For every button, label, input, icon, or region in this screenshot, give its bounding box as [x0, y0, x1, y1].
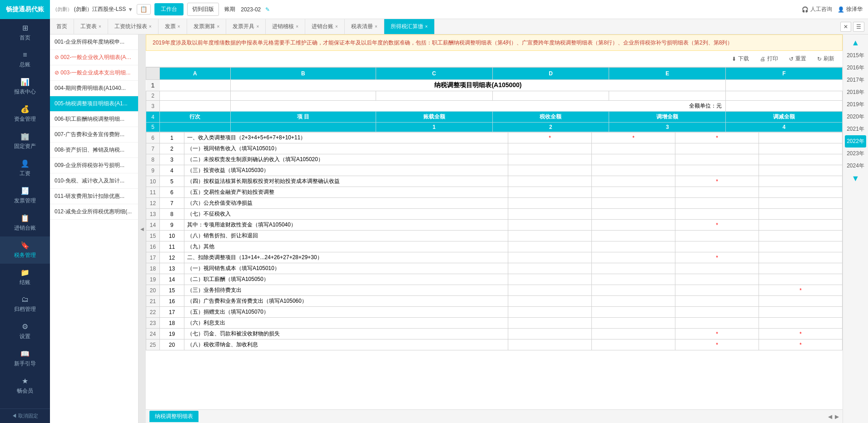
table-row[interactable]: 127（六）公允价值变动净损益: [146, 198, 843, 209]
row-col4-value[interactable]: [759, 231, 843, 241]
sidebar-item-税务管理[interactable]: 🔖税务管理: [0, 236, 50, 264]
table-row[interactable]: 94（三）投资收益（填写A105030）: [146, 165, 843, 176]
tab-close-4[interactable]: ×: [217, 24, 220, 29]
row-col1-value[interactable]: *: [508, 133, 592, 143]
row-col1-value[interactable]: [508, 274, 592, 285]
user-profile-button[interactable]: 👤 徐泽华: [838, 5, 863, 13]
row-col3-value[interactable]: [675, 231, 759, 241]
row-col4-value[interactable]: [759, 274, 843, 285]
tab-close-9[interactable]: ×: [425, 24, 428, 29]
row-col3-value[interactable]: [675, 241, 759, 252]
row-col2-value[interactable]: [592, 318, 675, 329]
row-col2-value[interactable]: [592, 209, 675, 220]
left-panel-item-010[interactable]: 010-免税、减计收入及加计...: [50, 173, 138, 189]
spreadsheet-wrapper[interactable]: A B C D E F 1 纳税调整项目明细表(A1: [146, 67, 843, 409]
row-col3-value[interactable]: *: [675, 220, 759, 231]
sidebar-item-首页[interactable]: ⊞首页: [0, 19, 50, 46]
row-col2-value[interactable]: [592, 285, 675, 296]
row-col4-value[interactable]: *: [759, 329, 843, 339]
row-col3-value[interactable]: [675, 263, 759, 274]
row-col1-value[interactable]: [508, 339, 592, 350]
row-col1-value[interactable]: [508, 154, 592, 165]
tab-close-7[interactable]: ×: [335, 24, 338, 29]
table-row[interactable]: 2015（三）业务招待费支出*: [146, 285, 843, 296]
row-col4-value[interactable]: [759, 220, 843, 231]
left-panel-item-003[interactable]: ⊘ 003-一般企业成本支出明细...: [50, 65, 138, 81]
row-col4-value[interactable]: [759, 154, 843, 165]
year-down-arrow[interactable]: ▼: [850, 172, 862, 185]
row-col4-value[interactable]: *: [759, 285, 843, 296]
row-col1-value[interactable]: [508, 285, 592, 296]
row-col2-value[interactable]: [592, 165, 675, 176]
row-col4-value[interactable]: [759, 176, 843, 187]
close-tab-button[interactable]: ✕: [840, 22, 851, 32]
sidebar-item-固定资产[interactable]: 🏢固定资产: [0, 128, 50, 155]
sidebar-unpin-button[interactable]: ◀ 取消固定: [0, 408, 50, 423]
row-col3-value[interactable]: [675, 307, 759, 318]
table-row[interactable]: 149 其中：专项用途财政性资金（填写A105040）*: [146, 220, 843, 231]
row-col4-value[interactable]: [759, 165, 843, 176]
row-col4-value[interactable]: [759, 296, 843, 307]
row-col1-value[interactable]: [508, 176, 592, 187]
row-col1-value[interactable]: [508, 329, 592, 339]
tab-工资表[interactable]: 工资表×: [74, 19, 108, 34]
row-col1-value[interactable]: [508, 318, 592, 329]
year-item-2016年[interactable]: 2016年: [845, 62, 866, 74]
left-panel-item-009[interactable]: 009-企业所得税弥补亏损明...: [50, 158, 138, 173]
row-col1-value[interactable]: [508, 187, 592, 198]
sheet-tab-纳税调整明细表[interactable]: 纳税调整明细表: [149, 411, 198, 422]
tab-close-8[interactable]: ×: [375, 24, 377, 29]
tab-进销台账[interactable]: 进销台账×: [305, 19, 345, 34]
year-item-2018年[interactable]: 2018年: [845, 86, 866, 98]
tab-close-1[interactable]: ×: [99, 24, 101, 29]
row-col2-value[interactable]: [592, 307, 675, 318]
row-col1-value[interactable]: [508, 231, 592, 241]
row-col3-value[interactable]: [675, 143, 759, 154]
sidebar-item-设置[interactable]: ⚙设置: [0, 318, 50, 345]
row-col2-value[interactable]: [592, 231, 675, 241]
table-row[interactable]: 61一、收入类调整项目（2+3+4+5+6+7+8+10+11）***: [146, 133, 843, 143]
left-panel-item-001[interactable]: 001-企业所得税年度纳税申...: [50, 34, 138, 50]
left-panel-item-002[interactable]: ⊘ 002-一般企业收入明细表(A1...: [50, 50, 138, 65]
left-panel-item-004[interactable]: 004-期间费用明细表(A1040...: [50, 81, 138, 96]
row-col2-value[interactable]: [592, 154, 675, 165]
tab-发票测算[interactable]: 发票测算×: [187, 19, 227, 34]
sidebar-item-发票管理[interactable]: 🧾发票管理: [0, 182, 50, 209]
tab-close-3[interactable]: ×: [178, 24, 180, 29]
row-col4-value[interactable]: *: [759, 339, 843, 350]
year-item-2015年[interactable]: 2015年: [845, 49, 866, 62]
row-col3-value[interactable]: [675, 198, 759, 209]
table-row[interactable]: 1611（九）其他: [146, 241, 843, 252]
row-col3-value[interactable]: [675, 285, 759, 296]
row-col3-value[interactable]: [675, 154, 759, 165]
table-row[interactable]: 116（五）交易性金融资产初始投资调整: [146, 187, 843, 198]
tab-menu-button[interactable]: ☰: [853, 22, 864, 32]
row-col2-value[interactable]: [592, 252, 675, 263]
row-col2-value[interactable]: [592, 329, 675, 339]
sidebar-item-资金管理[interactable]: 💰资金管理: [0, 100, 50, 128]
row-col3-value[interactable]: [675, 165, 759, 176]
row-col2-value[interactable]: [592, 241, 675, 252]
table-row[interactable]: 83（二）未按权责发生制原则确认的收入（填写A105020）: [146, 154, 843, 165]
row-col2-value[interactable]: [592, 296, 675, 307]
year-item-2017年[interactable]: 2017年: [845, 74, 866, 86]
row-col2-value[interactable]: [592, 220, 675, 231]
old-version-button[interactable]: 切到旧版: [187, 3, 219, 16]
panel-toggle-button[interactable]: ◀: [139, 34, 146, 423]
table-row[interactable]: 105（四）按权益法核算长期股权投资对初始投资成本调整确认收益*: [146, 176, 843, 187]
tab-所得税汇算缴[interactable]: 所得税汇算缴×: [384, 19, 435, 34]
table-row[interactable]: 2116（四）广告费和业务宣传费支出（填写A105060）: [146, 296, 843, 307]
year-item-2023年[interactable]: 2023年: [845, 148, 866, 160]
table-row[interactable]: 1510（八）销售折扣、折让和退回: [146, 231, 843, 241]
table-row[interactable]: 1914（二）职工薪酬（填写A105050）: [146, 274, 843, 285]
row-col2-value[interactable]: [592, 263, 675, 274]
row-col4-value[interactable]: [759, 143, 843, 154]
row-col3-value[interactable]: *: [675, 339, 759, 350]
tab-发票开具[interactable]: 发票开具×: [226, 19, 266, 34]
row-col3-value[interactable]: *: [675, 329, 759, 339]
table-row[interactable]: 2318（六）利息支出: [146, 318, 843, 329]
print-button[interactable]: 🖨 打印: [757, 54, 781, 64]
row-col3-value[interactable]: [675, 318, 759, 329]
row-col4-value[interactable]: [759, 187, 843, 198]
sidebar-item-结账[interactable]: 📁结账: [0, 264, 50, 291]
